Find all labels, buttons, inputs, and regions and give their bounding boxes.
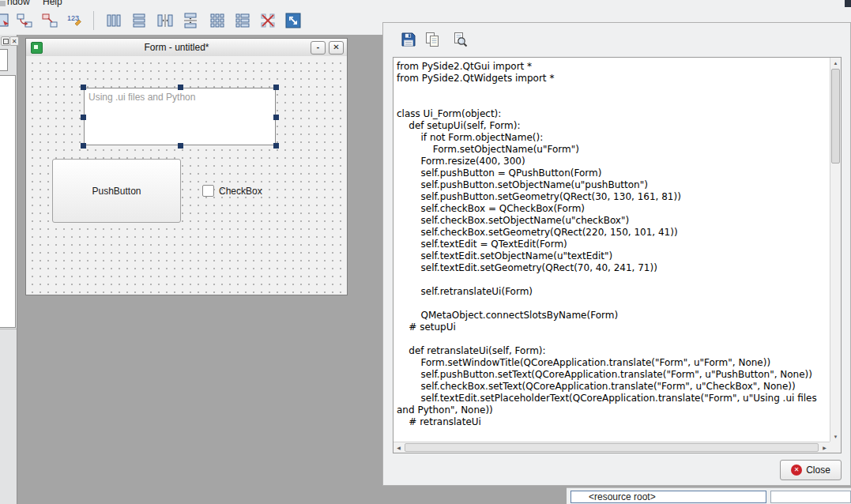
edit-signals-slots-icon (17, 13, 32, 28)
layout-vertically-button[interactable] (129, 9, 149, 32)
dock-float-icon (3, 39, 9, 44)
form-close-button[interactable]: ✕ (329, 41, 344, 55)
dock-divider (0, 329, 17, 329)
edit-widgets-icon (0, 13, 11, 28)
scroll-left-arrow[interactable]: ◀ (393, 442, 404, 453)
resource-root-item[interactable]: <resource root> (570, 491, 766, 503)
scroll-down-arrow[interactable]: ▼ (830, 431, 841, 442)
copy-icon (424, 31, 441, 48)
checkbox-indicator[interactable] (202, 185, 214, 197)
vertical-scroll-thumb[interactable] (831, 69, 840, 164)
layout-grid-button[interactable] (207, 9, 228, 32)
form-window-icon (31, 42, 43, 54)
adjust-size-icon (284, 12, 302, 29)
selection-handle[interactable] (81, 143, 86, 149)
horizontal-scroll-thumb[interactable] (405, 443, 819, 452)
close-circle-icon: ✕ (791, 465, 802, 476)
layout-grid-icon (209, 13, 225, 28)
selection-handle[interactable] (81, 85, 86, 90)
menu-icon-fragment (0, 1, 6, 6)
form-canvas[interactable]: Using .ui files and Python PushButton Ch… (26, 56, 347, 295)
dock-close-button[interactable]: ✕ (9, 36, 19, 46)
edit-signals-slots-button[interactable] (14, 9, 35, 32)
textedit-widget[interactable]: Using .ui files and Python (84, 88, 276, 145)
form-window-title: Form - untitled* (43, 42, 311, 53)
save-button[interactable] (398, 29, 419, 50)
vertical-scrollbar[interactable]: ▲ ▼ (830, 58, 841, 442)
widget-list-fragment[interactable] (0, 75, 16, 328)
widget-filter-input-fragment[interactable] (0, 49, 8, 71)
window-control-fragment[interactable] (845, 0, 851, 7)
window-menu-item[interactable]: ndow (7, 0, 30, 7)
help-menu-item[interactable]: Help (43, 0, 62, 7)
break-layout-button[interactable] (258, 9, 278, 32)
selection-handle[interactable] (273, 115, 279, 120)
resource-browser-fragment: <resource root> (567, 487, 851, 504)
widget-box-dock-fragment: ✕ (0, 35, 17, 504)
save-icon (400, 31, 417, 48)
toolbar-separator (93, 11, 94, 30)
adjust-size-button[interactable] (283, 9, 303, 32)
edit-tab-order-icon: 123 (67, 13, 83, 28)
selection-handle[interactable] (273, 85, 279, 90)
edit-buddies-icon (42, 13, 58, 28)
layout-splitter-vertical-icon (183, 13, 198, 28)
scroll-right-arrow[interactable]: ▶ (819, 442, 830, 453)
break-layout-icon (260, 13, 276, 28)
menu-bar: ndow Help (0, 0, 851, 7)
layout-horizontally-icon (106, 13, 122, 28)
checkbox-label: CheckBox (219, 186, 262, 197)
edit-widgets-button[interactable] (0, 9, 11, 32)
edit-tab-order-button[interactable]: 123 (65, 9, 85, 32)
layout-splitter-horizontal-icon (157, 13, 173, 28)
find-icon (451, 31, 469, 48)
pushbutton-widget[interactable]: PushButton (52, 159, 181, 223)
form-minimize-button[interactable]: - (311, 41, 326, 55)
form-titlebar[interactable]: Form - untitled* - ✕ (26, 39, 347, 57)
qt-designer-window: ndow Help (0, 0, 851, 504)
copy-button[interactable] (422, 29, 442, 50)
layout-form-icon (235, 13, 250, 28)
dock-close-icon: ✕ (12, 38, 17, 45)
tab-order-digits: 123 (67, 14, 79, 22)
checkbox-widget[interactable]: CheckBox (202, 175, 282, 207)
horizontal-scrollbar[interactable]: ◀ ▶ (393, 442, 830, 453)
selection-handle[interactable] (81, 115, 86, 120)
close-button-label: Close (806, 465, 830, 476)
layout-splitter-vertical-button[interactable] (180, 9, 201, 32)
layout-form-button[interactable] (232, 9, 253, 32)
find-button[interactable] (450, 29, 470, 50)
layout-splitter-horizontal-button[interactable] (155, 9, 175, 32)
selection-handle[interactable] (178, 85, 183, 90)
textedit-placeholder-text: Using .ui files and Python (85, 88, 275, 106)
layout-vertically-icon (131, 13, 147, 28)
code-preview-dialog: from PySide2.QtGui import * from PySide2… (382, 22, 851, 486)
close-button[interactable]: ✕ Close (780, 460, 842, 480)
code-view[interactable]: from PySide2.QtGui import * from PySide2… (393, 57, 842, 453)
resource-side-box[interactable] (770, 491, 851, 503)
scroll-up-arrow[interactable]: ▲ (830, 58, 841, 68)
form-designer-window: Form - untitled* - ✕ Using .ui files and… (25, 38, 348, 295)
selection-handle[interactable] (178, 143, 183, 149)
code-text[interactable]: from PySide2.QtGui import * from PySide2… (393, 58, 830, 442)
layout-horizontally-button[interactable] (104, 9, 124, 32)
edit-buddies-button[interactable] (40, 9, 60, 32)
selection-handle[interactable] (273, 143, 279, 149)
scrollbar-corner (830, 442, 841, 453)
